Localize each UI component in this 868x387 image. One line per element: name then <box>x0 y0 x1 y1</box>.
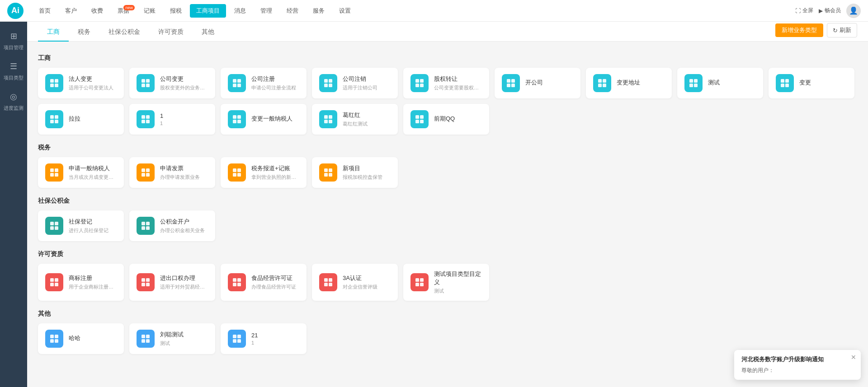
new-type-button[interactable]: 新增业务类型 <box>775 23 823 37</box>
svg-rect-35 <box>785 84 789 87</box>
card-text: 股权转让公司变更需要股权转让 <box>434 75 482 91</box>
list-item[interactable]: 公积金开户办理公积金相关业务 <box>129 210 215 241</box>
tab-tax[interactable]: 税务 <box>69 23 99 42</box>
notification-close-btn[interactable]: ✕ <box>851 354 856 361</box>
card-icon-svg <box>141 334 151 344</box>
card-name: 开公司 <box>525 79 573 87</box>
card-text: 测试项目类型目定义测试 <box>434 270 482 294</box>
sidebar-item-progress[interactable]: ◎ 进度监测 <box>0 86 27 116</box>
list-item[interactable]: 变更一般纳税人 <box>221 104 307 135</box>
nav-business[interactable]: 工商项目 <box>190 4 226 18</box>
list-item[interactable]: 拉拉 <box>38 104 124 135</box>
card-desc: 葛红红测试 <box>343 121 391 127</box>
svg-rect-8 <box>233 79 236 83</box>
nav-tickets[interactable]: 票据 new <box>111 4 136 18</box>
svg-rect-106 <box>142 339 145 343</box>
list-item[interactable]: 公司注销适用于注销公司 <box>312 68 398 98</box>
list-item[interactable]: 测试项目类型目定义测试 <box>403 264 489 301</box>
list-item[interactable]: 税务报道+记账拿到营业执照的新公司 <box>221 157 307 188</box>
list-item[interactable]: 3A认证对企业信誉评级 <box>312 264 398 301</box>
card-text: 测试 <box>708 79 756 88</box>
svg-rect-19 <box>420 84 424 87</box>
list-item[interactable]: 刘聪测试测试 <box>129 323 215 354</box>
list-item[interactable]: 公司变更股权变更外的业务变更 <box>129 68 215 98</box>
list-item[interactable]: 葛红红葛红红测试 <box>312 104 398 135</box>
sidebar-item-project-manage[interactable]: ⊞ 项目管理 <box>0 25 27 56</box>
member-btn[interactable]: ▶ 畅会员 <box>819 7 841 14</box>
cards-grid-4: 哈哈 刘聪测试测试 211 <box>38 323 857 354</box>
nav-settings[interactable]: 设置 <box>333 4 357 18</box>
svg-rect-85 <box>146 278 150 282</box>
list-item[interactable]: 申请一般纳税人当月或次月成变更完成 <box>38 157 124 188</box>
card-text: 前期QQ <box>434 115 482 124</box>
list-item[interactable]: 11 <box>129 104 215 135</box>
list-item[interactable]: 商标注册用于企业商标注册服务 <box>38 264 124 301</box>
list-item[interactable]: 申请发票办理申请发票业务 <box>129 157 215 188</box>
member-icon: ▶ <box>819 8 823 14</box>
svg-rect-10 <box>233 84 236 87</box>
list-item[interactable]: 开公司 <box>495 68 580 98</box>
list-item[interactable]: 前期QQ <box>403 104 489 135</box>
notification-title: 河北税务数字账户升级影响通知 <box>741 355 854 364</box>
fullscreen-btn[interactable]: ⛶ 全屏 <box>795 7 813 14</box>
list-item[interactable]: 测试 <box>677 68 763 98</box>
nav-manage[interactable]: 管理 <box>254 4 278 18</box>
svg-rect-38 <box>50 120 54 123</box>
tab-business[interactable]: 工商 <box>38 23 69 42</box>
list-item[interactable]: 股权转让公司变更需要股权转让 <box>403 68 489 98</box>
top-navigation: Ai 首页 客户 收费 票据 new 记账 报税 工商项目 消息 管理 经营 服… <box>0 0 868 22</box>
nav-tax[interactable]: 报税 <box>164 4 188 18</box>
card-name: 公司变更 <box>160 75 208 83</box>
nav-billing[interactable]: 收费 <box>85 4 109 18</box>
card-icon-svg <box>141 221 151 231</box>
new-badge: new <box>123 5 135 10</box>
svg-rect-34 <box>781 84 784 87</box>
card-icon-svg <box>49 78 59 88</box>
nav-customer[interactable]: 客户 <box>59 4 83 18</box>
svg-rect-54 <box>415 120 419 123</box>
refresh-button[interactable]: ↻ 刷新 <box>827 23 857 37</box>
card-desc: 适用于注销公司 <box>343 84 391 91</box>
cards-grid-0: 法人变更适用于公司变更法人 公司变更股权变更外的业务变更 公司注册申请公司注册全… <box>38 68 857 135</box>
svg-rect-26 <box>598 84 602 87</box>
nav-message[interactable]: 消息 <box>228 4 252 18</box>
nav-service[interactable]: 服务 <box>307 4 331 18</box>
svg-rect-40 <box>142 115 145 119</box>
card-text: 11 <box>160 112 208 126</box>
card-icon-svg <box>506 78 516 88</box>
user-avatar[interactable]: 👤 <box>846 4 861 18</box>
nav-bookkeeping[interactable]: 记账 <box>137 4 162 18</box>
svg-rect-50 <box>324 120 328 123</box>
card-icon <box>776 74 794 92</box>
list-item[interactable]: 进出口权办理适用于对外贸易经营者 <box>129 264 215 301</box>
tab-social-fund[interactable]: 社保公积金 <box>99 23 149 42</box>
tab-license[interactable]: 许可资质 <box>149 23 193 42</box>
card-desc: 对企业信誉评级 <box>343 284 391 290</box>
list-item[interactable]: 公司注册申请公司注册全流程 <box>221 68 307 98</box>
card-desc: 办理公积金相关业务 <box>160 227 208 234</box>
list-item[interactable]: 新项目报税加税控盘保管 <box>312 157 398 188</box>
list-item[interactable]: 社保登记进行人员社保登记 <box>38 210 124 241</box>
card-icon-svg <box>232 334 242 344</box>
list-item[interactable]: 211 <box>221 323 307 354</box>
sidebar-item-project-type[interactable]: ☰ 项目类型 <box>0 56 27 86</box>
svg-rect-27 <box>603 84 606 87</box>
svg-rect-93 <box>329 278 332 282</box>
card-name: 社保登记 <box>69 218 117 226</box>
svg-rect-98 <box>415 283 419 286</box>
nav-home[interactable]: 首页 <box>33 4 57 18</box>
card-text: 申请一般纳税人当月或次月成变更完成 <box>69 164 117 181</box>
list-item[interactable]: 哈哈 <box>38 323 124 354</box>
svg-rect-64 <box>233 168 236 172</box>
nav-menu: 首页 客户 收费 票据 new 记账 报税 工商项目 消息 管理 经营 服务 设… <box>33 4 795 18</box>
list-item[interactable]: 变更地址 <box>586 68 672 98</box>
svg-rect-94 <box>324 283 328 286</box>
list-item[interactable]: 食品经营许可证办理食品经营许可证 <box>221 264 307 301</box>
list-item[interactable]: 法人变更适用于公司变更法人 <box>38 68 124 98</box>
svg-rect-95 <box>329 283 332 286</box>
card-icon <box>228 163 246 182</box>
tab-other[interactable]: 其他 <box>193 23 223 42</box>
list-item[interactable]: 变更 <box>769 68 854 98</box>
svg-rect-65 <box>237 168 241 172</box>
nav-operation[interactable]: 经营 <box>280 4 305 18</box>
